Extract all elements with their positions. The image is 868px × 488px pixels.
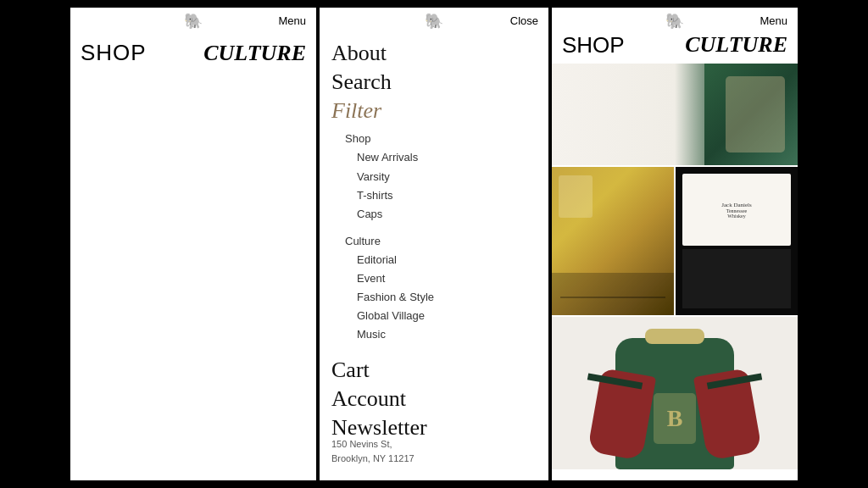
left-menu-button[interactable]: Menu	[278, 14, 306, 27]
menu-about[interactable]: About	[331, 39, 537, 68]
left-panel: 🐘 Menu SHOP CULTURE MUSIC Leon Bridges S…	[70, 8, 316, 480]
right-nav: SHOP CULTURE	[552, 30, 798, 64]
left-header: 🐘 Menu	[70, 8, 316, 30]
product-image-mid-left[interactable]	[552, 167, 674, 315]
menu-event[interactable]: Event	[357, 269, 537, 288]
address-line1: 150 Nevins St,	[331, 437, 415, 452]
menu-fashion-style[interactable]: Fashion & Style	[357, 288, 537, 307]
right-logo: 🐘	[665, 12, 684, 30]
culture-section: Culture Editorial Event Fashion & Style …	[345, 232, 537, 345]
menu-search[interactable]: Search	[331, 68, 537, 97]
product-image-mid-right[interactable]: Jack Daniels Tennessee Whiskey	[676, 167, 798, 315]
close-button[interactable]: Close	[510, 14, 538, 27]
product-row-mid: Jack Daniels Tennessee Whiskey	[552, 167, 798, 315]
right-header: 🐘 Menu	[552, 8, 798, 30]
menu-music[interactable]: Music	[357, 325, 537, 344]
product-grid: Jack Daniels Tennessee Whiskey	[552, 64, 798, 469]
menu-bottom: Cart Account Newsletter	[331, 356, 537, 441]
menu-caps[interactable]: Caps	[357, 205, 537, 224]
panels-container: 🐘 Menu SHOP CULTURE MUSIC Leon Bridges S…	[0, 0, 868, 488]
menu-shop-label[interactable]: Shop	[345, 130, 537, 148]
right-menu-button[interactable]: Menu	[760, 14, 787, 27]
menu-editorial[interactable]: Editorial	[357, 251, 537, 269]
menu-cart[interactable]: Cart	[331, 356, 537, 385]
menu-content: About Search Filter Shop New Arrivals Va…	[320, 30, 548, 442]
menu-account[interactable]: Account	[331, 385, 537, 413]
right-nav-culture[interactable]: CULTURE	[685, 32, 787, 58]
menu-varsity[interactable]: Varsity	[357, 168, 537, 186]
right-nav-shop[interactable]: SHOP	[562, 32, 625, 58]
middle-logo: 🐘	[425, 12, 443, 30]
product-image-top[interactable]	[552, 64, 798, 165]
shop-section: Shop New Arrivals Varsity T-shirts Caps	[345, 130, 537, 223]
left-nav-shop[interactable]: SHOP	[81, 40, 147, 66]
middle-header: 🐘 Close	[320, 8, 548, 30]
menu-filter[interactable]: Filter	[331, 97, 537, 125]
menu-tshirts[interactable]: T-shirts	[357, 186, 537, 205]
menu-culture-label[interactable]: Culture	[345, 232, 537, 251]
left-logo: 🐘	[184, 12, 203, 30]
menu-address: 150 Nevins St, Brooklyn, NY 11217	[331, 437, 415, 465]
left-nav-culture[interactable]: CULTURE	[203, 41, 306, 66]
right-panel: 🐘 Menu SHOP CULTURE	[552, 8, 798, 480]
middle-panel: 🐘 Close About Search Filter Shop New Arr…	[320, 8, 548, 480]
menu-new-arrivals[interactable]: New Arrivals	[357, 148, 537, 167]
product-image-bottom[interactable]: B	[552, 317, 798, 469]
address-line2: Brooklyn, NY 11217	[331, 452, 415, 466]
menu-global-village[interactable]: Global Village	[357, 307, 537, 325]
